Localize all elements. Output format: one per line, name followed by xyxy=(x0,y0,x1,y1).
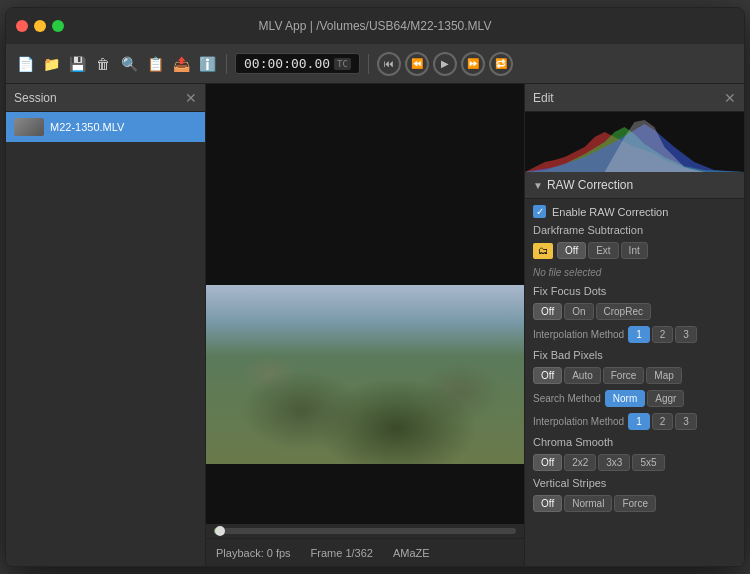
chroma-2x2-button[interactable]: 2x2 xyxy=(564,454,596,471)
close-button[interactable] xyxy=(16,20,28,32)
tc-badge: TC xyxy=(334,58,351,70)
search-icon[interactable]: 🔍 xyxy=(118,53,140,75)
interp2-2-button[interactable]: 2 xyxy=(652,413,674,430)
vertical-btn-group: Off Normal Force xyxy=(533,495,736,512)
edit-close-button[interactable]: ✕ xyxy=(724,90,736,106)
chroma-5x5-button[interactable]: 5x5 xyxy=(632,454,664,471)
interp2-label: Interpolation Method xyxy=(533,416,624,427)
chroma-3x3-button[interactable]: 3x3 xyxy=(598,454,630,471)
minimize-button[interactable] xyxy=(34,20,46,32)
vertical-force-button[interactable]: Force xyxy=(614,495,656,512)
export-icon[interactable]: 📤 xyxy=(170,53,192,75)
darkframe-ext-button[interactable]: Ext xyxy=(588,242,618,259)
histogram-svg xyxy=(525,112,744,172)
edit-title: Edit xyxy=(533,91,554,105)
loop-button[interactable]: 🔁 xyxy=(489,52,513,76)
delete-icon[interactable]: 🗑 xyxy=(92,53,114,75)
session-title: Session xyxy=(14,91,57,105)
status-bar: Playback: 0 fps Frame 1/362 AMaZE xyxy=(206,538,524,566)
interp-1-button[interactable]: 1 xyxy=(628,326,650,343)
histogram xyxy=(525,112,744,172)
chroma-off-button[interactable]: Off xyxy=(533,454,562,471)
fix-bad-off-button[interactable]: Off xyxy=(533,367,562,384)
interp-2-button[interactable]: 2 xyxy=(652,326,674,343)
darkframe-off-button[interactable]: Off xyxy=(557,242,586,259)
scrubber-track[interactable] xyxy=(214,528,516,534)
fix-focus-label: Fix Focus Dots xyxy=(533,285,736,297)
vertical-label: Vertical Stripes xyxy=(533,477,736,489)
fix-bad-label: Fix Bad Pixels xyxy=(533,349,736,361)
open-folder-icon[interactable]: 📁 xyxy=(40,53,62,75)
darkframe-buttons-row: 🗂 Off Ext Int xyxy=(533,242,736,259)
fix-bad-map-button[interactable]: Map xyxy=(646,367,681,384)
raw-correction-title: RAW Correction xyxy=(547,178,633,192)
video-area: Playback: 0 fps Frame 1/362 AMaZE xyxy=(206,84,524,566)
vertical-off-button[interactable]: Off xyxy=(533,495,562,512)
search-norm-button[interactable]: Norm xyxy=(605,390,645,407)
video-frame xyxy=(206,285,524,464)
interp2-3-button[interactable]: 3 xyxy=(675,413,697,430)
title-bar: MLV App | /Volumes/USB64/M22-1350.MLV xyxy=(6,8,744,44)
session-close-button[interactable]: ✕ xyxy=(185,91,197,105)
traffic-lights xyxy=(16,20,64,32)
darkframe-int-button[interactable]: Int xyxy=(621,242,648,259)
raw-correction-header[interactable]: ▼ RAW Correction xyxy=(525,172,744,199)
maximize-button[interactable] xyxy=(52,20,64,32)
video-bottom-padding xyxy=(206,464,524,524)
toolbar: 📄 📁 💾 🗑 🔍 📋 📤 ℹ️ 00:00:00.00 TC ⏮ ⏪ ▶ ⏩ … xyxy=(6,44,744,84)
interp-label-row: Interpolation Method 1 2 3 xyxy=(533,326,736,343)
chroma-label: Chroma Smooth xyxy=(533,436,736,448)
frame-status: Frame 1/362 xyxy=(311,547,373,559)
enable-raw-checkbox[interactable]: ✓ xyxy=(533,205,546,218)
chroma-btn-group: Off 2x2 3x3 5x5 xyxy=(533,454,736,471)
app-window: MLV App | /Volumes/USB64/M22-1350.MLV 📄 … xyxy=(5,7,745,567)
fix-bad-label-row: Fix Bad Pixels xyxy=(533,349,736,361)
step-back-button[interactable]: ⏪ xyxy=(405,52,429,76)
interp-btn-group: 1 2 3 xyxy=(628,326,697,343)
darkframe-folder-icon[interactable]: 🗂 xyxy=(533,243,553,259)
scrubber-thumb[interactable] xyxy=(215,526,225,536)
separator xyxy=(226,54,227,74)
info-icon[interactable]: ℹ️ xyxy=(196,53,218,75)
interp2-btn-group: 1 2 3 xyxy=(628,413,697,430)
fix-focus-croprec-button[interactable]: CropRec xyxy=(596,303,651,320)
darkframe-label-row: Darkframe Subtraction xyxy=(533,224,736,236)
darkframe-btn-group: Off Ext Int xyxy=(557,242,648,259)
session-item[interactable]: M22-1350.MLV xyxy=(6,112,205,142)
no-file-label: No file selected xyxy=(533,265,736,279)
fix-bad-force-button[interactable]: Force xyxy=(603,367,645,384)
save-icon[interactable]: 💾 xyxy=(66,53,88,75)
search-method-row: Search Method Norm Aggr xyxy=(533,390,736,407)
window-title: MLV App | /Volumes/USB64/M22-1350.MLV xyxy=(259,19,492,33)
interp2-1-button[interactable]: 1 xyxy=(628,413,650,430)
fix-focus-off-button[interactable]: Off xyxy=(533,303,562,320)
darkframe-label: Darkframe Subtraction xyxy=(533,224,736,236)
search-aggr-button[interactable]: Aggr xyxy=(647,390,684,407)
interp-3-button[interactable]: 3 xyxy=(675,326,697,343)
new-file-icon[interactable]: 📄 xyxy=(14,53,36,75)
section-arrow-icon: ▼ xyxy=(533,180,543,191)
fix-bad-auto-button[interactable]: Auto xyxy=(564,367,601,384)
step-forward-button[interactable]: ⏩ xyxy=(461,52,485,76)
timecode-value: 00:00:00.00 xyxy=(244,56,330,71)
fix-bad-btn-group: Off Auto Force Map xyxy=(533,367,736,384)
checkbox-check-icon: ✓ xyxy=(536,207,544,217)
separator2 xyxy=(368,54,369,74)
vertical-normal-button[interactable]: Normal xyxy=(564,495,612,512)
fix-focus-on-button[interactable]: On xyxy=(564,303,593,320)
play-button[interactable]: ▶ xyxy=(433,52,457,76)
enable-raw-label: Enable RAW Correction xyxy=(552,206,668,218)
video-content xyxy=(206,285,524,464)
copy-icon[interactable]: 📋 xyxy=(144,53,166,75)
rewind-button[interactable]: ⏮ xyxy=(377,52,401,76)
main-content: Session ✕ M22-1350.MLV xyxy=(6,84,744,566)
search-method-label: Search Method xyxy=(533,393,601,404)
search-method-btn-group: Norm Aggr xyxy=(605,390,685,407)
thumbnail-image xyxy=(14,118,44,136)
video-top-padding xyxy=(206,84,524,285)
vertical-label-row: Vertical Stripes xyxy=(533,477,736,489)
scrubber-area[interactable] xyxy=(206,524,524,538)
timecode-display: 00:00:00.00 TC xyxy=(235,53,360,74)
playback-status: Playback: 0 fps xyxy=(216,547,291,559)
enable-raw-row: ✓ Enable RAW Correction xyxy=(533,205,736,218)
